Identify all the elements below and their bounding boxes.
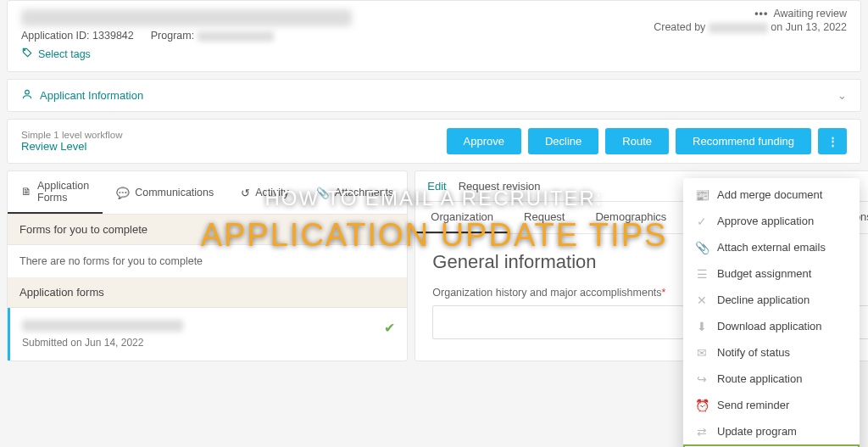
menu-label: Notify of status — [717, 346, 790, 359]
recommend-funding-button[interactable]: Recommend funding — [676, 128, 811, 154]
menu-icon: ⬇ — [695, 320, 709, 333]
menu-label: Budget assignment — [717, 267, 811, 280]
menu-label: Decline application — [717, 293, 810, 306]
history-icon: ↺ — [241, 187, 250, 199]
app-id: Application ID: 1339842 — [21, 30, 134, 42]
menu-label: Update program — [717, 425, 797, 438]
approve-button[interactable]: Approve — [447, 128, 521, 154]
menu-label: Approve application — [717, 215, 814, 227]
application-title-redacted — [21, 9, 352, 26]
tab-application-forms[interactable]: 🗎 Application Forms — [8, 171, 103, 214]
workflow-bar: Simple 1 level workflow Review Level App… — [7, 119, 861, 164]
application-form-item[interactable]: Submitted on Jun 14, 2022 ✔ — [8, 308, 407, 360]
application-forms-header: Application forms — [8, 277, 407, 308]
menu-item-decline-application[interactable]: ✕Decline application — [683, 287, 860, 313]
menu-item-notify-of-status[interactable]: ✉Notify of status — [683, 339, 860, 366]
more-icon[interactable]: ••• — [754, 8, 768, 20]
no-forms-message: There are no forms for you to complete — [8, 245, 407, 277]
more-actions-button[interactable]: ⋮ — [818, 128, 847, 154]
menu-item-send-reminder[interactable]: ⏰Send reminder — [683, 392, 860, 418]
svg-point-1 — [25, 90, 30, 94]
tab-attachments[interactable]: 📎 Attachments — [303, 171, 407, 214]
menu-item-update-program[interactable]: ⇄Update program — [683, 418, 860, 444]
menu-label: Add merge document — [717, 188, 822, 201]
menu-icon: ↪ — [695, 372, 709, 386]
decline-button[interactable]: Decline — [528, 128, 598, 154]
submitted-date: Submitted on Jun 14, 2022 — [22, 337, 395, 349]
menu-icon: ✉ — [695, 346, 709, 360]
workflow-name: Simple 1 level workflow — [21, 130, 123, 140]
menu-label: Download application — [717, 320, 822, 332]
menu-icon: ✓ — [695, 215, 709, 228]
created-by: Created by on Jun 13, 2022 — [654, 21, 847, 33]
application-header: Application ID: 1339842 Program: Select … — [7, 0, 861, 72]
chat-icon: 💬 — [116, 187, 130, 199]
menu-icon: ⏰ — [695, 399, 709, 412]
paperclip-icon: 📎 — [316, 187, 330, 199]
edit-button[interactable]: Edit — [427, 180, 446, 193]
menu-icon: ⇄ — [695, 425, 709, 439]
menu-item-attach-external-emails[interactable]: 📎Attach external emails — [683, 234, 860, 260]
form-title-redacted — [22, 320, 183, 332]
menu-item-route-application[interactable]: ↪Route application — [683, 366, 860, 392]
select-tags-link[interactable]: Select tags — [21, 47, 91, 61]
route-button[interactable]: Route — [605, 128, 669, 154]
menu-icon: 📰 — [695, 188, 709, 202]
menu-item-budget-assignment[interactable]: ☰Budget assignment — [683, 260, 860, 287]
subtab-organization[interactable]: Organization — [415, 202, 509, 233]
menu-icon: ✕ — [695, 293, 709, 307]
menu-label: Send reminder — [717, 399, 789, 411]
check-circle-icon: ✔ — [384, 320, 395, 336]
menu-item-download-application[interactable]: ⬇Download application — [683, 313, 860, 339]
menu-item-add-merge-document[interactable]: 📰Add merge document — [683, 182, 860, 208]
left-panel: 🗎 Application Forms 💬 Communications ↺ A… — [7, 170, 408, 361]
menu-label: Attach external emails — [717, 241, 826, 254]
menu-label: Route application — [717, 372, 802, 385]
tab-communications[interactable]: 💬 Communications — [103, 171, 227, 214]
program: Program: — [151, 30, 274, 42]
form-icon: 🗎 — [21, 186, 32, 198]
status-badge: Awaiting review — [773, 8, 847, 20]
applicant-info-section[interactable]: Applicant Information ⌄ — [7, 79, 861, 112]
person-icon — [21, 88, 33, 103]
svg-point-0 — [25, 50, 25, 51]
menu-icon: 📎 — [695, 241, 709, 254]
applicant-info-label: Applicant Information — [40, 89, 143, 102]
tag-icon — [21, 47, 33, 61]
chevron-down-icon: ⌄ — [837, 89, 847, 102]
subtab-demographics[interactable]: Demographics — [580, 202, 682, 233]
actions-dropdown: 📰Add merge document✓Approve application📎… — [683, 178, 860, 447]
main-tabs: 🗎 Application Forms 💬 Communications ↺ A… — [8, 171, 407, 215]
menu-item-approve-application[interactable]: ✓Approve application — [683, 208, 860, 234]
workflow-level[interactable]: Review Level — [21, 140, 123, 153]
forms-to-complete-header: Forms for you to complete — [8, 215, 407, 245]
request-revision-button[interactable]: Request revision — [459, 180, 541, 193]
subtab-request[interactable]: Request — [509, 202, 580, 233]
menu-icon: ☰ — [695, 267, 709, 281]
tab-activity[interactable]: ↺ Activity — [227, 171, 303, 214]
